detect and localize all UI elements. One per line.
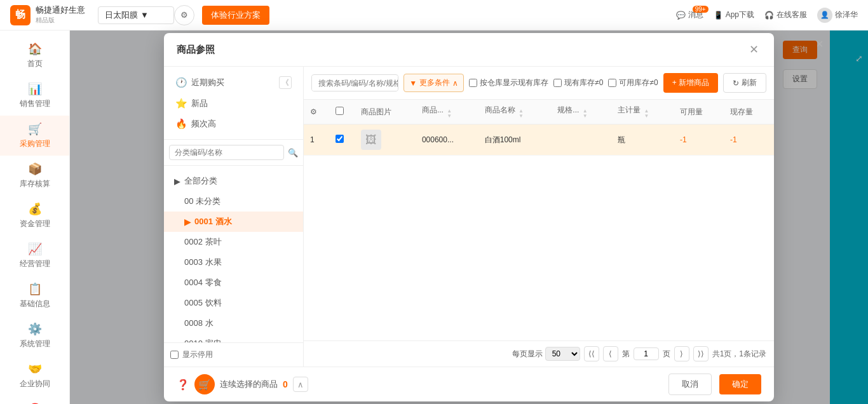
th-stock[interactable]: 现存量 [724, 100, 774, 125]
quick-nav-recent[interactable]: 🕐 近期购买 《 [169, 72, 298, 93]
quick-nav-freq[interactable]: 🔥 频次高 [169, 114, 298, 134]
content-area: 查询 设置 ✕ ⤢ 商品参照 ✕ [70, 30, 868, 404]
th-settings[interactable]: ⚙ [304, 100, 329, 125]
user-item[interactable]: 👤 徐泽华 [817, 8, 858, 23]
show-disabled-input[interactable] [170, 351, 179, 359]
th-available[interactable]: 可用量 [674, 100, 724, 125]
left-panel: 🕐 近期购买 《 ⭐ 新品 🔥 频次高 [164, 67, 304, 367]
td-name: 白酒100ml [478, 125, 552, 156]
td-row-num: 1 [304, 125, 329, 156]
warehouse-stock-checkbox[interactable]: 按仓库显示现有库存 [469, 77, 548, 88]
show-disabled-checkbox[interactable]: 显示停用 [170, 349, 297, 360]
cat-drink-label: 0005 饮料 [184, 297, 222, 309]
refresh-button[interactable]: ↻ 刷新 [723, 73, 766, 93]
sidebar-label-finance: 资金管理 [20, 219, 50, 229]
logo-sub: 精品版 [36, 16, 85, 25]
product-reference-modal: 商品参照 ✕ 🕐 近期购买 《 ⭐ [164, 33, 774, 401]
page-size-select: 每页显示 50 10 20 100 [512, 347, 580, 361]
collapse-nav-button[interactable]: 《 [279, 76, 292, 89]
app-download-item[interactable]: 📱 App下载 [714, 10, 754, 20]
page-input[interactable] [634, 347, 659, 360]
message-badge: 99+ [693, 6, 709, 13]
confirm-button[interactable]: 确定 [719, 374, 761, 394]
message-icon-item[interactable]: 💬 消息 99+ [676, 10, 703, 20]
page-first-button[interactable]: ⟨⟨ [584, 346, 599, 361]
th-spec[interactable]: 规格... ▲▼ [551, 100, 611, 125]
sidebar-item-collab[interactable]: 🤝 企业协同 [0, 356, 69, 396]
sidebar-item-sales[interactable]: 📊 销售管理 [0, 76, 69, 116]
page-next-button[interactable]: ⟩ [674, 346, 689, 361]
sidebar-item-purchase[interactable]: 🛒 采购管理 [0, 116, 69, 156]
cat-liquor[interactable]: ▶ 0001 酒水 [164, 212, 303, 232]
sidebar-label-business: 经营管理 [20, 259, 50, 269]
td-code: 000600... [416, 125, 478, 156]
system-icon: ⚙️ [28, 322, 42, 336]
th-code[interactable]: 商品... ▲▼ [416, 100, 478, 125]
cancel-button[interactable]: 取消 [668, 374, 712, 395]
cat-appliance[interactable]: 0010 家电 [164, 333, 303, 342]
th-img-label: 商品图片 [361, 107, 391, 116]
per-page-dropdown[interactable]: 50 10 20 100 [545, 347, 580, 361]
filter-more-button[interactable]: ▼ 更多条件 ∧ [403, 74, 464, 92]
sort-code-icon: ▲▼ [447, 109, 452, 119]
online-service-item[interactable]: 🎧 在线客服 [764, 10, 807, 20]
sidebar-item-system[interactable]: ⚙️ 系统管理 [0, 316, 69, 356]
avatar: 👤 [817, 8, 832, 23]
td-spec [551, 125, 611, 156]
sidebar-item-finance[interactable]: 💰 资金管理 [0, 196, 69, 236]
sidebar-item-home[interactable]: 🏠 首页 [0, 36, 69, 76]
sidebar-item-guide[interactable]: 🎯 新手引导 [0, 396, 69, 404]
cat-appliance-label: 0010 家电 [184, 338, 222, 342]
product-search-bar: 🔍 [311, 74, 398, 91]
category-search-icon[interactable]: 🔍 [288, 148, 298, 158]
product-search-input[interactable] [312, 76, 398, 91]
cat-snack[interactable]: 0004 零食 [164, 273, 303, 293]
help-icon[interactable]: ❓ [177, 379, 189, 391]
category-search-input[interactable] [169, 145, 284, 160]
inventory-icon: 📦 [28, 162, 42, 176]
exp-btn[interactable]: 体验行业方案 [202, 6, 269, 25]
sales-icon: 📊 [28, 82, 42, 96]
category-search-row: 🔍 [164, 140, 303, 166]
sidebar-item-basic[interactable]: 📋 基础信息 [0, 276, 69, 316]
cat-all[interactable]: ▶ 全部分类 [164, 171, 303, 191]
sidebar-item-inventory[interactable]: 📦 库存核算 [0, 156, 69, 196]
available-stock-input[interactable] [553, 79, 562, 87]
cat-snack-label: 0004 零食 [184, 277, 222, 288]
modal-title: 商品参照 [177, 44, 215, 56]
sidebar: 🏠 首页 📊 销售管理 🛒 采购管理 📦 库存核算 💰 资金管理 📈 经 [0, 30, 70, 404]
quick-nav: 🕐 近期购买 《 ⭐ 新品 🔥 频次高 [164, 67, 303, 140]
th-unit[interactable]: 主计量 ▲▼ [611, 100, 674, 125]
settings-button[interactable]: ⚙ [174, 5, 194, 25]
td-checkbox[interactable] [329, 125, 355, 156]
page-prev-button[interactable]: ⟨ [603, 346, 618, 361]
table-row[interactable]: 1 🖼 000600... 白酒100ml [304, 125, 774, 156]
add-product-button[interactable]: + 新增商品 [663, 73, 718, 93]
modal-body: 🕐 近期购买 《 ⭐ 新品 🔥 频次高 [164, 67, 774, 367]
collapse-up-button[interactable]: ∧ [293, 377, 308, 392]
usable-stock-checkbox[interactable]: 可用库存≠0 [608, 77, 658, 88]
cat-drink[interactable]: 0005 饮料 [164, 293, 303, 313]
cat-tea[interactable]: 0002 茶叶 [164, 232, 303, 252]
select-all-checkbox[interactable] [336, 107, 344, 115]
sidebar-item-business[interactable]: 📈 经营管理 [0, 236, 69, 276]
quick-nav-new[interactable]: ⭐ 新品 [169, 93, 298, 114]
th-img: 商品图片 [355, 100, 416, 125]
message-icon: 💬 [676, 11, 686, 20]
th-checkbox[interactable] [329, 100, 355, 125]
usable-stock-input[interactable] [608, 79, 616, 87]
th-name[interactable]: 商品名称 ▲▼ [478, 100, 552, 125]
cat-water[interactable]: 0008 水 [164, 313, 303, 333]
warehouse-stock-input[interactable] [469, 79, 477, 87]
available-stock-checkbox[interactable]: 现有库存≠0 [553, 77, 603, 88]
modal-close-button[interactable]: ✕ [746, 42, 761, 57]
cat-unclassified[interactable]: 00 未分类 [164, 191, 303, 212]
available-stock-label: 现有库存≠0 [564, 77, 603, 88]
store-selector[interactable]: 日太阳膜 ▼ [98, 6, 174, 24]
page-last-button[interactable]: ⟩⟩ [693, 346, 709, 361]
cat-fruit[interactable]: 0003 水果 [164, 252, 303, 273]
logo: 畅 畅捷通好生意 精品版 [10, 5, 85, 25]
row-checkbox[interactable] [336, 135, 344, 143]
refresh-icon: ↻ [733, 79, 739, 88]
filter-icon: ▼ [409, 79, 417, 88]
